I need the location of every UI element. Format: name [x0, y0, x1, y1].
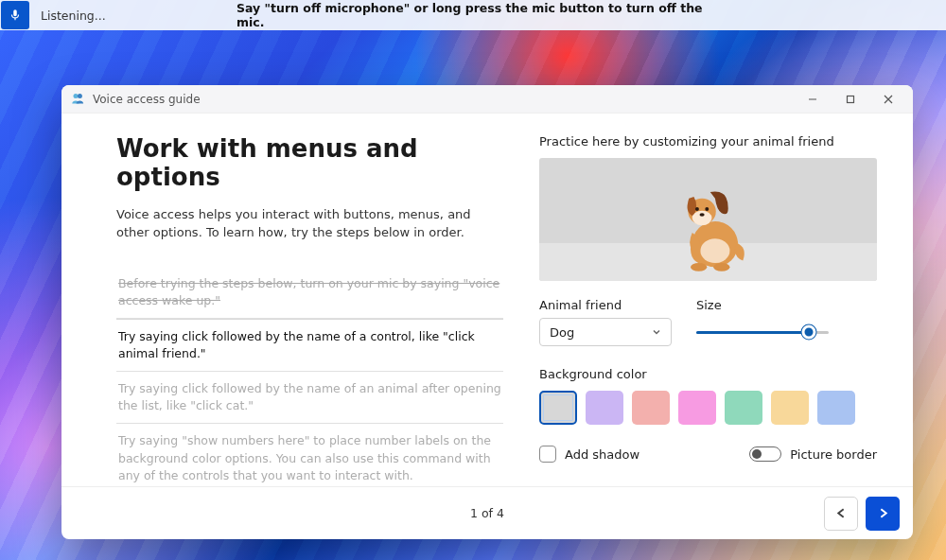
color-swatch[interactable]: [771, 391, 809, 425]
picture-border-toggle[interactable]: [749, 446, 781, 462]
previous-button[interactable]: [824, 497, 858, 531]
step-item: Try saying click followed by the name of…: [116, 372, 503, 424]
page-indicator: 1 of 4: [470, 506, 504, 520]
maximize-button[interactable]: [832, 86, 869, 113]
microphone-icon: [9, 9, 22, 22]
slider-thumb[interactable]: [802, 325, 816, 340]
svg-rect-2: [848, 96, 854, 102]
svg-point-7: [705, 207, 709, 211]
color-swatch[interactable]: [817, 391, 855, 425]
window-footer: 1 of 4: [61, 486, 913, 539]
window-titlebar: Voice access guide: [61, 85, 913, 114]
voice-hint-text: Say "turn off microphone" or long press …: [236, 1, 710, 29]
color-swatch[interactable]: [678, 391, 716, 425]
background-color-swatches: [539, 391, 877, 425]
size-label: Size: [696, 298, 829, 312]
svg-point-11: [713, 263, 729, 271]
animal-preview[interactable]: [539, 158, 877, 281]
svg-point-9: [700, 238, 729, 263]
add-shadow-checkbox[interactable]: [539, 446, 556, 463]
window-title: Voice access guide: [93, 93, 201, 106]
color-swatch[interactable]: [586, 391, 623, 425]
svg-point-6: [694, 207, 698, 211]
add-shadow-label: Add shadow: [565, 447, 639, 462]
window-content: Work with menus and options Voice access…: [61, 114, 913, 486]
step-list: Before trying the steps below, turn on y…: [116, 267, 503, 486]
instructions-pane: Work with menus and options Voice access…: [61, 114, 530, 486]
size-slider[interactable]: [696, 318, 829, 346]
window-controls: [794, 86, 907, 113]
animal-friend-dropdown[interactable]: Dog: [539, 318, 672, 346]
minimize-button[interactable]: [794, 86, 832, 113]
practice-label: Practice here by customizing your animal…: [539, 134, 877, 149]
add-shadow-option[interactable]: Add shadow: [539, 446, 639, 463]
picture-border-option[interactable]: Picture border: [749, 446, 877, 462]
color-swatch[interactable]: [632, 391, 670, 425]
background-color-label: Background color: [539, 367, 877, 381]
page-title: Work with menus and options: [116, 134, 503, 191]
svg-point-0: [74, 94, 79, 98]
picture-border-label: Picture border: [790, 447, 877, 462]
svg-point-10: [691, 263, 707, 271]
voice-access-bar: Listening... Say "turn off microphone" o…: [0, 0, 946, 30]
chevron-right-icon: [877, 507, 889, 519]
dog-graphic: [666, 185, 751, 275]
step-item: Before trying the steps below, turn on y…: [116, 267, 503, 319]
practice-pane: Practice here by customizing your animal…: [530, 114, 913, 486]
app-icon: [71, 92, 85, 106]
svg-point-1: [78, 94, 82, 98]
step-item: Try saying click followed by the name of…: [116, 319, 503, 372]
animal-friend-value: Dog: [550, 325, 574, 340]
voice-access-guide-window: Voice access guide Work with menus and o…: [61, 85, 913, 539]
svg-point-8: [699, 213, 704, 216]
chevron-left-icon: [835, 507, 848, 519]
color-swatch[interactable]: [725, 391, 762, 425]
next-button[interactable]: [866, 497, 900, 531]
close-button[interactable]: [869, 86, 907, 113]
animal-friend-label: Animal friend: [539, 298, 672, 312]
microphone-button[interactable]: [1, 1, 29, 29]
voice-status-text: Listening...: [41, 9, 106, 23]
step-item: Try saying "show numbers here" to place …: [116, 424, 503, 486]
intro-text: Voice access helps you interact with but…: [116, 206, 503, 242]
chevron-down-icon: [652, 327, 661, 337]
color-swatch[interactable]: [539, 391, 577, 425]
svg-point-5: [692, 211, 711, 226]
